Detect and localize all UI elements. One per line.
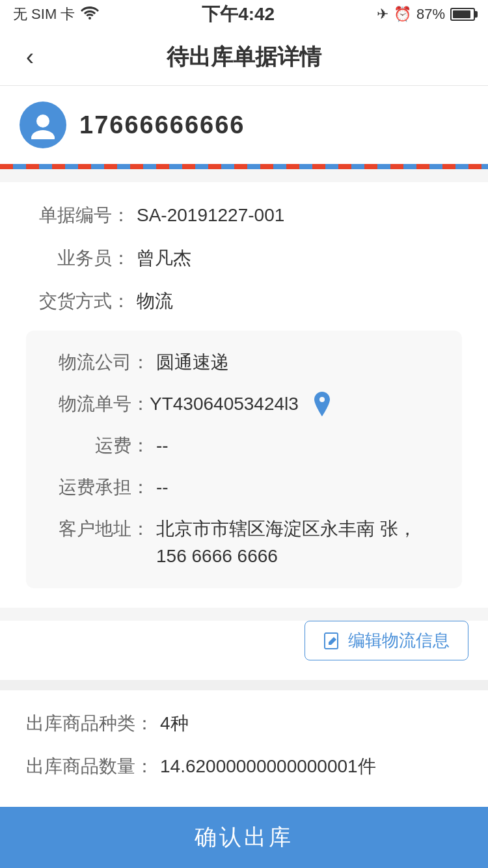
types-value: 4种 <box>160 710 462 737</box>
tracking-number: YT43064053424l3 <box>150 390 299 418</box>
delivery-value: 物流 <box>137 288 462 315</box>
salesman-label: 业务员： <box>26 245 130 272</box>
quantity-value: 14.62000000000000001件 <box>160 753 462 780</box>
nav-bar: ‹ 待出库单据详情 <box>0 29 488 86</box>
status-right: ✈ ⏰ 87% <box>377 6 475 23</box>
edit-btn-label: 编辑物流信息 <box>348 629 450 652</box>
types-row: 出库商品种类： 4种 <box>26 710 462 737</box>
section-divider <box>0 680 488 690</box>
freight-bearer-row: 运费承担： -- <box>46 474 442 501</box>
freight-bearer-value: -- <box>156 474 442 501</box>
edit-btn-container: 编辑物流信息 <box>0 621 488 680</box>
svg-point-1 <box>31 130 55 139</box>
status-bar: 无 SIM 卡 下午4:42 ✈ ⏰ 87% <box>0 0 488 29</box>
page-title: 待出库单据详情 <box>167 42 321 72</box>
freight-value: -- <box>156 432 442 459</box>
company-label: 物流公司： <box>46 349 150 376</box>
carrier-text: 无 SIM 卡 <box>13 5 75 24</box>
alarm-icon: ⏰ <box>394 6 411 23</box>
stats-section: 出库商品种类： 4种 出库商品数量： 14.62000000000000001件 <box>0 690 488 800</box>
confirm-btn-wrapper[interactable]: 确认出库 <box>0 807 488 868</box>
address-row: 客户地址： 北京市市辖区海淀区永丰南 张，156 6666 6666 <box>46 515 442 570</box>
tracking-value-row: YT43064053424l3 <box>150 390 335 418</box>
tracking-label: 物流单号： <box>46 390 150 418</box>
back-button[interactable]: ‹ <box>20 37 40 77</box>
main-content: 17666666666 单据编号： SA-20191227-001 业务员： 曾… <box>0 86 488 868</box>
order-no-label: 单据编号： <box>26 202 130 229</box>
svg-point-0 <box>36 115 49 128</box>
order-no-value: SA-20191227-001 <box>137 202 462 229</box>
salesman-value: 曾凡杰 <box>137 245 462 272</box>
address-label: 客户地址： <box>46 515 150 543</box>
company-row: 物流公司： 圆通速递 <box>46 349 442 376</box>
status-time: 下午4:42 <box>202 2 275 27</box>
salesman-row: 业务员： 曾凡杰 <box>26 245 462 272</box>
user-header: 17666666666 <box>0 86 488 164</box>
freight-label: 运费： <box>46 432 150 459</box>
quantity-label: 出库商品数量： <box>26 753 154 780</box>
delivery-row: 交货方式： 物流 <box>26 288 462 315</box>
edit-logistics-button[interactable]: 编辑物流信息 <box>305 621 468 660</box>
freight-row: 运费： -- <box>46 432 442 459</box>
confirm-btn-text: 确认出库 <box>195 824 293 849</box>
delivery-label: 交货方式： <box>26 288 130 315</box>
tracking-row: 物流单号： YT43064053424l3 <box>46 390 442 418</box>
battery-text: 87% <box>416 6 445 23</box>
user-phone: 17666666666 <box>79 111 245 139</box>
edit-icon <box>323 632 342 650</box>
location-active-icon: ✈ <box>377 6 388 23</box>
company-value: 圆通速递 <box>156 349 442 376</box>
logistics-card: 物流公司： 圆通速递 物流单号： YT43064053424l3 运费： -- <box>26 331 462 588</box>
quantity-row: 出库商品数量： 14.62000000000000001件 <box>26 753 462 780</box>
types-label: 出库商品种类： <box>26 710 154 737</box>
order-no-row: 单据编号： SA-20191227-001 <box>26 202 462 229</box>
wifi-icon <box>80 5 100 23</box>
address-value: 北京市市辖区海淀区永丰南 张，156 6666 6666 <box>156 515 442 570</box>
order-info-section: 单据编号： SA-20191227-001 业务员： 曾凡杰 交货方式： 物流 … <box>0 182 488 608</box>
location-pin-button[interactable] <box>309 391 335 417</box>
freight-bearer-label: 运费承担： <box>46 474 150 501</box>
status-left: 无 SIM 卡 <box>13 5 100 24</box>
dashed-divider <box>0 164 488 169</box>
battery-icon <box>450 8 475 21</box>
user-avatar <box>20 102 66 148</box>
